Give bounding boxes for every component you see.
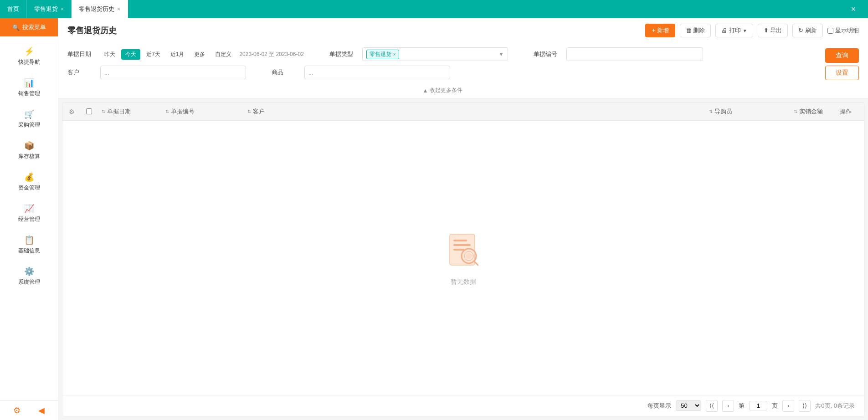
tab-bar: 首页 零售退货 × 零售退货历史 × — [0, 0, 846, 18]
page-size-select[interactable]: 50 10 20 100 — [676, 400, 701, 411]
tab-retail-return[interactable]: 零售退货 × — [27, 0, 72, 18]
tab-retail-return-history-close[interactable]: × — [117, 6, 120, 12]
table-area: ⚙ ⇅ 单据日期 ⇅ 单据编号 ⇅ 客户 ⇅ 导购员 — [62, 102, 864, 416]
table-checkbox-all[interactable] — [81, 108, 97, 114]
sidebar-item-purchase[interactable]: 🛒 采购管理 — [3, 104, 55, 134]
date-btn-custom[interactable]: 自定义 — [211, 49, 236, 60]
date-btn-7days[interactable]: 近7天 — [142, 49, 164, 60]
show-detail-checkbox[interactable]: 显示明细 — [827, 26, 859, 35]
sidebar-search[interactable]: 🔍 搜索菜单 — [0, 18, 58, 36]
query-button[interactable]: 查询 — [825, 48, 859, 63]
bill-no-input[interactable] — [566, 47, 703, 61]
sidebar-item-operations[interactable]: 📈 经营管理 — [3, 198, 55, 229]
goods-dots: ... — [308, 69, 313, 76]
sidebar-search-label: 搜索菜单 — [22, 23, 46, 31]
bill-type-dropdown-arrow: ▼ — [498, 51, 504, 57]
sidebar-item-sales[interactable]: 📊 销售管理 — [3, 72, 55, 103]
page-last-button[interactable]: ⟩⟩ — [799, 400, 811, 412]
toolbar-actions: + 新增 🗑 删除 🖨 打印 ▼ ⬆ 导出 ↻ 刷新 显示明细 — [645, 24, 859, 37]
date-btn-yesterday[interactable]: 昨天 — [100, 49, 119, 60]
page-number-input[interactable]: 1 — [749, 401, 767, 410]
sort-icon-amount: ⇅ — [794, 109, 797, 114]
filter-section: 单据日期 昨天 今天 近7天 近1月 更多 自定义 2023-06-02 至 2… — [67, 47, 859, 98]
sidebar-collapse-button[interactable]: ◀ — [38, 405, 45, 415]
svg-point-7 — [466, 253, 472, 259]
sidebar-item-quick-nav[interactable]: ⚡ 快捷导航 — [3, 41, 55, 72]
top-bar: 首页 零售退货 × 零售退货历史 × × — [0, 0, 868, 18]
pagination: 每页显示 50 10 20 100 ⟨⟨ ‹ 第 1 页 › ⟩⟩ 共0页, 0… — [62, 395, 864, 416]
bill-type-tag-close[interactable]: × — [393, 52, 396, 57]
page-unit: 页 — [772, 402, 778, 410]
quick-nav-icon: ⚡ — [24, 46, 34, 56]
date-btn-more[interactable]: 更多 — [190, 49, 209, 60]
sort-icon-billno: ⇅ — [165, 109, 169, 114]
bill-type-selector[interactable]: 零售退货 × ▼ — [362, 47, 508, 61]
sales-icon: 📊 — [24, 78, 34, 88]
th-guide[interactable]: ⇅ 导购员 — [704, 108, 773, 116]
th-amount-label: 实销金额 — [799, 108, 823, 116]
sidebar-items: ⚡ 快捷导航 📊 销售管理 🛒 采购管理 📦 库存核算 💰 资金管理 📈 — [0, 36, 58, 400]
purchase-icon: 🛒 — [24, 109, 34, 119]
set-button[interactable]: 设置 — [825, 66, 859, 80]
goods-selector[interactable]: ... — [304, 66, 450, 79]
system-icon: ⚙️ — [24, 266, 34, 277]
customer-selector[interactable]: ... — [100, 66, 246, 79]
th-date[interactable]: ⇅ 单据日期 — [97, 108, 161, 116]
sort-icon-customer: ⇅ — [247, 109, 251, 114]
page-header: 零售退货历史 + 新增 🗑 删除 🖨 打印 ▼ ⬆ 导出 ↻ 刷新 显示明细 — [58, 18, 868, 98]
tab-retail-return-close[interactable]: × — [61, 6, 64, 12]
empty-label: 暂无数据 — [451, 278, 476, 286]
page-prev-button[interactable]: ‹ — [722, 400, 734, 412]
sidebar-item-system[interactable]: ⚙️ 系统管理 — [3, 261, 55, 292]
filter-fields: 单据日期 昨天 今天 近7天 近1月 更多 自定义 2023-06-02 至 2… — [67, 47, 818, 98]
date-btn-today[interactable]: 今天 — [121, 49, 140, 60]
tab-home[interactable]: 首页 — [0, 0, 27, 18]
export-button[interactable]: ⬆ 导出 — [758, 24, 788, 37]
table-settings-button[interactable]: ⚙ — [62, 108, 81, 115]
show-detail-input[interactable] — [827, 28, 833, 34]
content-area: 零售退货历史 + 新增 🗑 删除 🖨 打印 ▼ ⬆ 导出 ↻ 刷新 显示明细 — [58, 18, 868, 420]
sidebar-item-finance[interactable]: 💰 资金管理 — [3, 167, 55, 197]
bill-type-tag-label: 零售退货 — [370, 51, 391, 58]
new-button[interactable]: + 新增 — [645, 24, 675, 37]
svg-rect-2 — [453, 244, 471, 246]
operations-icon: 📈 — [24, 204, 34, 214]
page-next-button[interactable]: › — [782, 400, 794, 412]
th-amount[interactable]: ⇅ 实销金额 — [773, 108, 827, 116]
collapse-label: 收起更多条件 — [430, 87, 462, 94]
delete-button[interactable]: 🗑 删除 — [680, 24, 711, 37]
filter-row-1: 单据日期 昨天 今天 近7天 近1月 更多 自定义 2023-06-02 至 2… — [67, 47, 818, 61]
sidebar-settings-button[interactable]: ⚙ — [13, 405, 21, 415]
bill-type-label: 单据类型 — [329, 50, 355, 58]
page-size-label: 每页显示 — [647, 402, 671, 410]
query-set-group: 查询 设置 — [818, 47, 859, 80]
th-guide-label: 导购员 — [714, 108, 732, 116]
date-btn-1month[interactable]: 近1月 — [166, 49, 189, 60]
th-date-label: 单据日期 — [107, 108, 131, 116]
bill-no-label: 单据编号 — [534, 50, 559, 58]
collapse-bar[interactable]: ▲ 收起更多条件 — [67, 84, 818, 98]
sidebar-item-inventory[interactable]: 📦 库存核算 — [3, 135, 55, 166]
sidebar: 🔍 搜索菜单 ⚡ 快捷导航 📊 销售管理 🛒 采购管理 📦 库存核算 💰 — [0, 18, 58, 420]
page-first-button[interactable]: ⟨⟨ — [706, 400, 718, 412]
page-total: 共0页, 0条记录 — [815, 402, 855, 410]
customer-label: 客户 — [67, 68, 93, 77]
sidebar-item-basic-info-label: 基础信息 — [18, 247, 40, 255]
sidebar-item-finance-label: 资金管理 — [18, 184, 40, 192]
sidebar-bottom: ⚙ ◀ — [0, 400, 58, 420]
refresh-button[interactable]: ↻ 刷新 — [792, 24, 823, 37]
sidebar-item-basic-info[interactable]: 📋 基础信息 — [3, 230, 55, 260]
basic-info-icon: 📋 — [24, 235, 34, 245]
inventory-icon: 📦 — [24, 141, 34, 151]
filter-row-2: 客户 ... 商品 ... — [67, 66, 818, 79]
sidebar-item-sales-label: 销售管理 — [18, 90, 40, 97]
main-layout: 🔍 搜索菜单 ⚡ 快捷导航 📊 销售管理 🛒 采购管理 📦 库存核算 💰 — [0, 18, 868, 420]
close-window-button[interactable]: × — [846, 2, 861, 16]
print-button[interactable]: 🖨 打印 ▼ — [715, 24, 753, 37]
th-billno[interactable]: ⇅ 单据编号 — [161, 108, 243, 116]
tab-retail-return-history-label: 零售退货历史 — [79, 5, 114, 13]
select-all-checkbox[interactable] — [86, 108, 92, 114]
search-icon: 🔍 — [12, 24, 20, 31]
th-customer[interactable]: ⇅ 客户 — [243, 108, 704, 116]
tab-retail-return-history[interactable]: 零售退货历史 × — [72, 0, 128, 18]
